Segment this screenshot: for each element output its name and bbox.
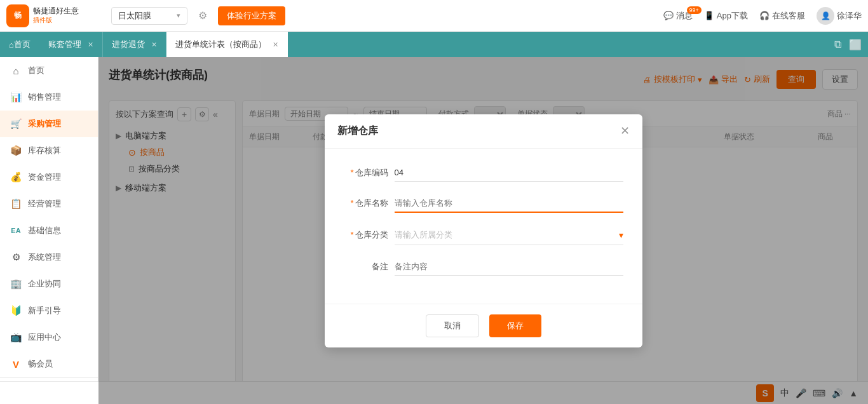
inventory-icon: 📦 xyxy=(10,145,22,156)
top-right-area: 💬 消息 99+ 📱 App下载 🎧 在线客服 👤 徐泽华 xyxy=(663,7,862,25)
guide-icon: 🔰 xyxy=(10,305,22,316)
sidebar-label-guide: 新手引导 xyxy=(28,305,61,316)
sidebar-label-inventory: 库存核算 xyxy=(28,145,61,156)
sidebar-item-system[interactable]: ⚙ 系统管理 xyxy=(0,244,98,271)
app-download-label: App下载 xyxy=(717,10,748,22)
sidebar-label-sales: 销售管理 xyxy=(28,91,61,103)
tab-purchase-stats-close[interactable]: ✕ xyxy=(273,41,278,49)
category-label: *仓库分类 xyxy=(344,229,388,241)
sidebar-label-home: 首页 xyxy=(28,65,44,76)
enterprise-icon: 🏢 xyxy=(10,278,22,290)
category-placeholder-text: 请输入所属分类 xyxy=(395,229,619,241)
tab-expand-icon[interactable]: ⬜ xyxy=(846,37,864,52)
trial-button[interactable]: 体验行业方案 xyxy=(218,6,285,25)
sidebar-label-basic-info: 基础信息 xyxy=(28,225,61,236)
purchase-icon: 🛒 xyxy=(10,118,22,130)
message-badge: 99+ xyxy=(687,6,702,14)
sidebar-label-finance: 资金管理 xyxy=(28,172,61,183)
store-selector[interactable]: 日太阳膜 ▾ xyxy=(111,7,187,25)
code-label: *仓库编码 xyxy=(344,167,388,178)
tab-purchase-return-label: 进货退货 xyxy=(112,39,145,50)
sidebar-item-basic-info[interactable]: EA 基础信息 xyxy=(0,217,98,244)
required-star-name: * xyxy=(350,198,353,208)
form-row-name: *仓库名称 xyxy=(344,194,623,213)
vip-icon: V xyxy=(10,359,22,370)
logo-area: 畅 畅捷通好生意 插件版 xyxy=(6,4,105,27)
basic-info-icon: EA xyxy=(10,227,22,234)
sidebar-label-apps: 应用中心 xyxy=(28,332,61,343)
avatar: 👤 xyxy=(817,7,834,25)
required-star-code: * xyxy=(350,168,353,177)
sidebar-item-apps[interactable]: 📺 应用中心 xyxy=(0,324,98,351)
sidebar-item-guide[interactable]: 🔰 新手引导 xyxy=(0,297,98,324)
tab-home[interactable]: ⌂ 首页 xyxy=(0,32,39,57)
modal-footer: 取消 保存 xyxy=(325,304,642,347)
cancel-button[interactable]: 取消 xyxy=(426,314,479,337)
tab-bar: ⌂ 首页 账套管理 ✕ 进货退货 ✕ 进货单统计表（按商品） ✕ ⧉ ⬜ xyxy=(0,32,868,57)
settings-icon[interactable]: ⚙ xyxy=(193,6,213,26)
logo-badge: 插件版 xyxy=(33,16,79,25)
form-row-category: *仓库分类 请输入所属分类 ▾ xyxy=(344,226,623,245)
remark-label: 备注 xyxy=(344,261,388,273)
tab-accounts-close[interactable]: ✕ xyxy=(88,41,93,49)
modal-title: 新增仓库 xyxy=(337,125,378,138)
sidebar: ⌂ 首页 📊 销售管理 🛒 采购管理 📦 库存核算 💰 资金管理 📋 经营管理 … xyxy=(0,57,98,404)
phone-icon: 📱 xyxy=(704,11,714,20)
top-bar: 畅 畅捷通好生意 插件版 日太阳膜 ▾ ⚙ 体验行业方案 💬 消息 99+ 📱 … xyxy=(0,0,868,32)
message-icon: 💬 xyxy=(663,11,674,20)
chevron-down-icon: ▾ xyxy=(177,11,180,20)
system-icon: ⚙ xyxy=(10,252,22,263)
warehouse-category-select[interactable]: 请输入所属分类 ▾ xyxy=(395,226,623,245)
sidebar-item-inventory[interactable]: 📦 库存核算 xyxy=(0,137,98,164)
tab-purchase-stats[interactable]: 进货单统计表（按商品） ✕ xyxy=(166,32,288,57)
tab-restore-icon[interactable]: ⧉ xyxy=(832,37,844,51)
sidebar-label-purchase: 采购管理 xyxy=(28,118,61,130)
modal-header: 新增仓库 ✕ xyxy=(325,114,642,149)
tab-accounts-label: 账套管理 xyxy=(48,39,81,50)
sidebar-label-operations: 经营管理 xyxy=(28,198,61,210)
online-service-label: 在线客服 xyxy=(772,10,805,22)
warehouse-code-input[interactable] xyxy=(395,164,623,182)
main-content: 进货单统计(按商品) 🖨 按模板打印 ▾ 📤 导出 ↻ 刷新 查询 设置 xyxy=(98,57,868,404)
tab-accounts[interactable]: 账套管理 ✕ xyxy=(39,32,103,57)
sidebar-item-purchase[interactable]: 🛒 采购管理 xyxy=(0,111,98,137)
sidebar-item-finance[interactable]: 💰 资金管理 xyxy=(0,164,98,191)
app-logo: 畅 xyxy=(6,4,29,27)
sidebar-item-operations[interactable]: 📋 经营管理 xyxy=(0,191,98,217)
modal-overlay: 新增仓库 ✕ *仓库编码 *仓库名称 xyxy=(98,57,868,404)
sidebar-label-enterprise: 企业协同 xyxy=(28,278,61,290)
apps-icon: 📺 xyxy=(10,332,22,343)
save-button[interactable]: 保存 xyxy=(489,314,541,337)
form-row-code: *仓库编码 xyxy=(344,164,623,182)
main-layout: ⌂ 首页 📊 销售管理 🛒 采购管理 📦 库存核算 💰 资金管理 📋 经营管理 … xyxy=(0,57,868,404)
tab-purchase-stats-label: 进货单统计表（按商品） xyxy=(175,39,266,50)
tab-purchase-return-close[interactable]: ✕ xyxy=(151,41,157,49)
sidebar-item-sales[interactable]: 📊 销售管理 xyxy=(0,84,98,111)
tab-end-buttons: ⧉ ⬜ xyxy=(832,37,868,52)
sidebar-label-system: 系统管理 xyxy=(28,252,61,263)
message-item[interactable]: 💬 消息 99+ xyxy=(663,10,693,22)
app-download-item[interactable]: 📱 App下载 xyxy=(704,10,748,22)
user-item[interactable]: 👤 徐泽华 xyxy=(817,7,862,25)
sales-icon: 📊 xyxy=(10,91,22,103)
online-service-item[interactable]: 🎧 在线客服 xyxy=(759,10,805,22)
user-name: 徐泽华 xyxy=(837,10,862,22)
home-icon: ⌂ xyxy=(10,65,22,76)
tab-purchase-return[interactable]: 进货退货 ✕ xyxy=(103,32,166,57)
sidebar-item-enterprise[interactable]: 🏢 企业协同 xyxy=(0,271,98,297)
operations-icon: 📋 xyxy=(10,198,22,210)
sidebar-item-home[interactable]: ⌂ 首页 xyxy=(0,57,98,84)
store-name: 日太阳膜 xyxy=(118,10,173,22)
logo-text: 畅捷通好生意 xyxy=(33,6,79,17)
sidebar-label-vip: 畅会员 xyxy=(28,358,53,370)
modal-close-button[interactable]: ✕ xyxy=(620,125,630,137)
headset-icon: 🎧 xyxy=(759,11,770,20)
modal-new-warehouse: 新增仓库 ✕ *仓库编码 *仓库名称 xyxy=(325,114,642,347)
sidebar-item-vip[interactable]: V 畅会员 xyxy=(0,351,98,377)
required-star-category: * xyxy=(350,230,353,239)
finance-icon: 💰 xyxy=(10,172,22,183)
category-dropdown-icon: ▾ xyxy=(619,230,623,240)
form-row-remark: 备注 xyxy=(344,258,623,276)
warehouse-name-input[interactable] xyxy=(395,194,623,213)
warehouse-remark-input[interactable] xyxy=(395,258,623,276)
